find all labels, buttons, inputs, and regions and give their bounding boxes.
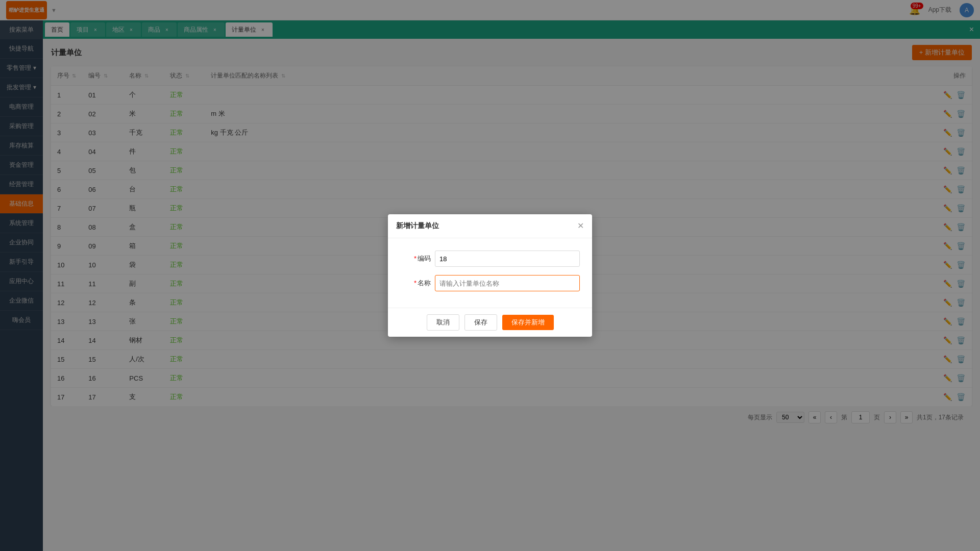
modal-header: 新增计量单位 ✕ [388, 214, 592, 238]
code-input[interactable] [435, 251, 580, 267]
modal-title: 新增计量单位 [396, 221, 439, 231]
modal-close-button[interactable]: ✕ [577, 222, 584, 230]
modal-footer: 取消 保存 保存并新增 [388, 308, 592, 337]
name-input[interactable] [435, 275, 580, 291]
form-row-name: *名称 [400, 275, 580, 291]
name-label: *名称 [400, 279, 431, 288]
save-button[interactable]: 保存 [464, 314, 497, 331]
cancel-button[interactable]: 取消 [427, 314, 459, 331]
form-row-code: *编码 [400, 251, 580, 267]
modal: 新增计量单位 ✕ *编码 *名称 取消 保存 保存并新增 [388, 214, 592, 337]
modal-overlay: 新增计量单位 ✕ *编码 *名称 取消 保存 保存并新增 [0, 0, 980, 551]
save-new-button[interactable]: 保存并新增 [502, 315, 554, 330]
modal-body: *编码 *名称 [388, 238, 592, 308]
code-label: *编码 [400, 254, 431, 263]
